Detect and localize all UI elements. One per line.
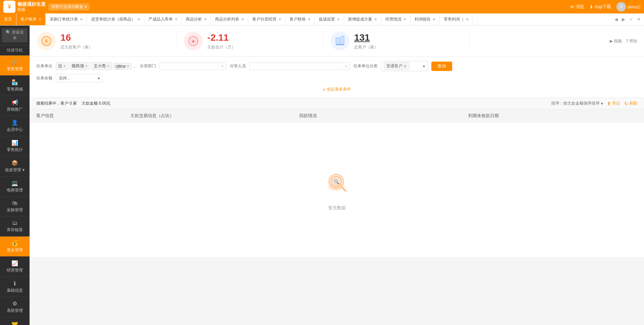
category-select[interactable]: 普通客户 ✕ ▾ bbox=[381, 61, 428, 71]
chevron-down-icon: ▾ bbox=[221, 64, 223, 69]
inventory-icon: 🗂 bbox=[2, 220, 28, 226]
tab-purchase-stats[interactable]: 进货单统计表（按商品） ✕ bbox=[87, 13, 144, 26]
close-icon[interactable]: ✕ bbox=[433, 17, 435, 21]
tab-finished-goods-label: 产成品入库单 bbox=[148, 16, 173, 22]
tab-customer-contact[interactable]: 客户联络 ✕ bbox=[286, 13, 315, 26]
filter-tag-wu: 伍 ✕ bbox=[56, 62, 68, 70]
close-icon[interactable]: ✕ bbox=[403, 17, 406, 21]
messages-button[interactable]: ✉ 消息 bbox=[570, 4, 584, 10]
tab-add-commission[interactable]: 新增提成方案 ✕ bbox=[344, 13, 381, 26]
tab-finished-goods[interactable]: 产成品入库单 ✕ bbox=[144, 13, 182, 26]
sidebar-item-system[interactable]: ⚙ 系统管理 bbox=[0, 297, 30, 317]
stat-value-amount: -2.11 bbox=[207, 32, 235, 43]
tag-close-normal[interactable]: ✕ bbox=[403, 64, 407, 69]
sidebar-item-member[interactable]: 👤 会员中心 bbox=[0, 116, 30, 136]
balance-select[interactable]: 选择... ▾ bbox=[56, 74, 103, 82]
filter-area: 往来单位 伍 ✕ 陈民强 ✕ 王小亮 ✕ cjttcw bbox=[30, 57, 644, 98]
filter-more-unit[interactable]: ... bbox=[133, 64, 136, 69]
tab-home[interactable]: 首页 bbox=[0, 13, 16, 26]
sidebar-item-ecommerce[interactable]: 💻 电商管理 bbox=[0, 177, 30, 197]
app-download-button[interactable]: ⬇ App下载 bbox=[590, 4, 611, 10]
stats-bar: ¥ 16 总欠款客户（家） ★ bbox=[30, 26, 644, 57]
tab-customer-account[interactable]: 客户账本 ✕ bbox=[16, 13, 46, 26]
tab-retail-profit-label: 零售利润（ bbox=[444, 16, 464, 22]
video-button[interactable]: ▶ 视频 bbox=[610, 38, 622, 44]
tab-commission[interactable]: 提成设置 ✕ bbox=[315, 13, 344, 26]
system-icon: ⚙ bbox=[2, 300, 28, 307]
close-icon[interactable]: ✕ bbox=[39, 17, 41, 21]
refresh-button[interactable]: ↻ 刷新 bbox=[624, 101, 637, 106]
tab-customer-layer-label: 客户分层经营 bbox=[252, 16, 276, 22]
company-selector[interactable]: 母婴行业演示帐套 ▾ bbox=[48, 3, 89, 10]
close-icon[interactable]: ✕ bbox=[241, 17, 244, 21]
nav-tabs-end: ◀ ▶ ⤢ ✕ bbox=[613, 16, 644, 23]
query-button[interactable]: 查询 bbox=[431, 62, 452, 71]
sidebar-item-purchase[interactable]: 🛍 采购管理 bbox=[0, 197, 30, 217]
tab-product-analysis[interactable]: 商品分析 ✕ bbox=[182, 13, 211, 26]
tab-purchase-order[interactable]: 采购订单统计表 ✕ bbox=[46, 13, 87, 26]
filter-tag-cjttcw: cjttcw ✕ bbox=[113, 63, 132, 70]
sidebar-item-basic-info[interactable]: ℹ 基础信息 bbox=[0, 277, 30, 297]
tab-business-label: 经营情况 bbox=[385, 16, 401, 22]
close-icon[interactable]: ✕ bbox=[204, 17, 207, 21]
tab-customer-layer[interactable]: 客户分层经营 ✕ bbox=[248, 13, 286, 26]
nav-prev-arrow[interactable]: ◀ bbox=[613, 16, 619, 23]
result-bar: 搜索结果中，客户 0 家 欠款金额 0.00元 排序：按欠款金额倒序排序 ▾ ⬆… bbox=[30, 98, 644, 109]
sidebar-item-operation[interactable]: 📈 经营管理 bbox=[0, 257, 30, 277]
sidebar-item-mall[interactable]: 🏪 零售商城 bbox=[0, 76, 30, 96]
filter-tags-unit: 伍 ✕ 陈民强 ✕ 王小亮 ✕ cjttcw ✕ ... bbox=[56, 62, 136, 70]
category-tag-normal: 普通客户 ✕ bbox=[384, 62, 409, 70]
nav-close-all-icon[interactable]: ✕ bbox=[636, 16, 642, 23]
tab-business[interactable]: 经营情况 ✕ bbox=[381, 13, 411, 26]
tab-retail-profit[interactable]: 零售利润（ ✕ bbox=[440, 13, 473, 26]
sidebar-item-label: 采购管理 bbox=[2, 207, 28, 213]
sort-select[interactable]: 排序：按欠款金额倒序排序 ▾ bbox=[551, 101, 603, 106]
dept-select[interactable]: ··· ▾ bbox=[159, 63, 226, 70]
tag-close-wu[interactable]: ✕ bbox=[63, 64, 66, 68]
user-avatar-button[interactable]: D demo2 bbox=[616, 2, 641, 11]
tag-close-cjttcw[interactable]: ✕ bbox=[127, 64, 129, 68]
sidebar-item-label: 会员中心 bbox=[2, 127, 28, 133]
filter-tag-wang: 王小亮 ✕ bbox=[91, 62, 112, 70]
stat-value-total: 131 bbox=[354, 32, 378, 43]
tab-profit[interactable]: 利润报告 ✕ bbox=[411, 13, 440, 26]
close-icon[interactable]: ✕ bbox=[337, 17, 340, 21]
chevron-down-icon: ▾ bbox=[85, 4, 87, 9]
close-icon[interactable]: ✕ bbox=[308, 17, 310, 21]
sidebar-item-finance[interactable]: 💰 资金管理 bbox=[0, 237, 30, 257]
sidebar-item-label: 零售管理 bbox=[2, 66, 28, 72]
chevron-down-icon: ▾ bbox=[98, 76, 100, 81]
nav-next-arrow[interactable]: ▶ bbox=[620, 16, 627, 23]
close-icon[interactable]: ✕ bbox=[278, 17, 281, 21]
sidebar-item-retail-stats[interactable]: 📊 零售统计 bbox=[0, 136, 30, 156]
export-button[interactable]: ⬆ 导出 bbox=[607, 101, 620, 106]
sidebar-item-wholesale[interactable]: 📦 批发管理 ▾ bbox=[0, 156, 30, 177]
tab-purchase-order-label: 采购订单统计表 bbox=[50, 16, 78, 22]
close-icon[interactable]: ✕ bbox=[466, 17, 469, 21]
close-icon[interactable]: ✕ bbox=[137, 17, 140, 21]
tag-close-wang[interactable]: ✕ bbox=[107, 64, 110, 68]
close-icon[interactable]: ✕ bbox=[80, 17, 83, 21]
close-icon[interactable]: ✕ bbox=[175, 17, 177, 21]
person-select[interactable]: ··· ▾ bbox=[249, 63, 350, 70]
filter-label-unit: 往来单位 bbox=[36, 63, 52, 69]
sidebar-item-collab[interactable]: 🤝 企业协同 bbox=[0, 317, 30, 325]
tab-product-list[interactable]: 商品分析列表 ✕ bbox=[211, 13, 248, 26]
quick-nav-label: 快捷导航 bbox=[7, 48, 23, 52]
search-menu-button[interactable]: 🔍 搜索菜单 bbox=[2, 28, 28, 42]
sidebar-item-inventory[interactable]: 🗂 库存核算 bbox=[0, 217, 30, 237]
nav-expand-icon[interactable]: ⤢ bbox=[628, 16, 634, 23]
tag-close-chen[interactable]: ✕ bbox=[85, 64, 88, 68]
logo-icon: ¥ bbox=[3, 1, 15, 13]
sidebar-item-marketing[interactable]: 📢 营销推广 bbox=[0, 96, 30, 116]
filter-label-balance: 往来余额 bbox=[36, 75, 52, 81]
collapse-button[interactable]: ∧ 收起更多条件 bbox=[321, 85, 352, 94]
quick-nav-button[interactable]: 快捷导航 bbox=[0, 45, 30, 56]
help-button[interactable]: ? 帮助 bbox=[626, 38, 637, 44]
username-label: demo2 bbox=[627, 4, 641, 9]
chevron-down-icon: ▾ bbox=[423, 64, 425, 69]
sidebar-item-retail[interactable]: 🛒 零售管理 bbox=[0, 56, 30, 76]
tab-commission-label: 提成设置 bbox=[319, 16, 335, 22]
stat-block-customers: ¥ 16 总欠款客户（家） bbox=[36, 31, 176, 51]
close-icon[interactable]: ✕ bbox=[374, 17, 377, 21]
